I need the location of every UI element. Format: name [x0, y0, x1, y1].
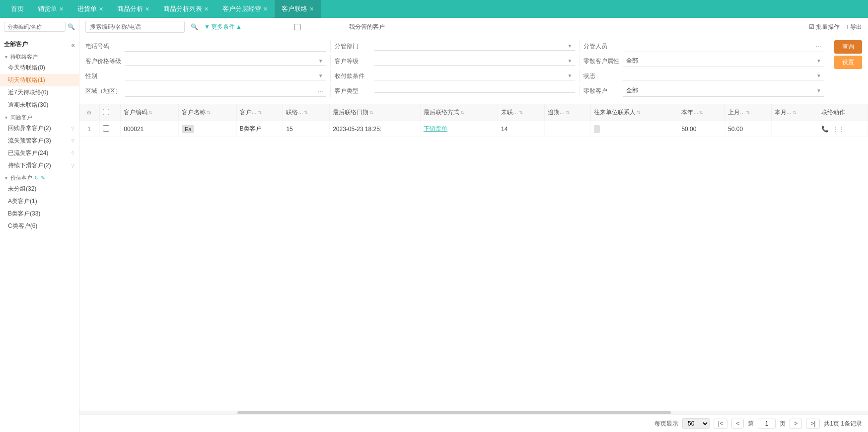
nav-product-analysis[interactable]: 商品分析 ✕: [110, 0, 156, 18]
per-page-select[interactable]: 50 100 200: [682, 418, 710, 429]
nav-customer-contact[interactable]: 客户联络 ✕: [275, 0, 321, 18]
sidebar-collapse-icon[interactable]: «: [71, 41, 75, 49]
sidebar-item-repurchase-anomaly[interactable]: 回购异常客户(2) ?: [0, 122, 79, 135]
close-product-analysis-icon[interactable]: ✕: [145, 6, 149, 12]
value-group-edit-icon[interactable]: ✎: [41, 175, 45, 181]
chevron-up-icon: ▲: [236, 23, 242, 30]
td-not-contacted: 14: [498, 121, 545, 137]
sort-date-icon[interactable]: ⇅: [369, 110, 373, 115]
problem-customers-group[interactable]: 问题客户: [0, 111, 79, 122]
sidebar-item-7days-contact[interactable]: 近7天待联络(0): [0, 86, 79, 99]
sidebar-item-class-b[interactable]: B类客户(33): [0, 208, 79, 220]
value-level-dropdown-icon: ▼: [318, 58, 323, 64]
page-number-input[interactable]: [758, 419, 776, 429]
action-phone-icon[interactable]: 📞: [821, 126, 829, 133]
region-more-icon[interactable]: ···: [317, 87, 323, 95]
th-last-month: 上月... ⇅: [725, 104, 772, 121]
sidebar-item-churned[interactable]: 已流失客户(24) ?: [0, 147, 79, 159]
page-label: 第: [748, 420, 754, 428]
dept-select[interactable]: ▼: [374, 42, 576, 51]
pending-contact-group[interactable]: 待联络客户: [0, 51, 79, 62]
nav-product-analysis-list[interactable]: 商品分析列表 ✕: [156, 0, 216, 18]
prev-page-btn[interactable]: <: [731, 419, 744, 429]
query-button[interactable]: 查询: [834, 40, 862, 54]
last-method-link[interactable]: 下销货单: [424, 125, 447, 132]
help-icon-repurchase[interactable]: ?: [71, 126, 74, 132]
export-icon: ↑: [846, 23, 849, 30]
sidebar-item-churn-warning[interactable]: 流失预警客户(3) ?: [0, 135, 79, 147]
th-action: 联络动作: [818, 104, 868, 121]
sort-code-icon[interactable]: ⇅: [148, 110, 152, 115]
sort-not-contacted-icon[interactable]: ⇅: [519, 110, 523, 115]
sidebar-item-overdue-contact[interactable]: 逾期未联络(30): [0, 99, 79, 111]
nav-sales-order[interactable]: 销货单 ✕: [31, 0, 71, 18]
nav-home[interactable]: 首页: [4, 0, 31, 18]
column-settings-icon[interactable]: ⚙: [86, 109, 92, 116]
phone-input[interactable]: [125, 41, 326, 52]
select-all-checkbox[interactable]: [103, 109, 109, 115]
help-icon-churn[interactable]: ?: [71, 138, 74, 144]
sort-name-icon[interactable]: ⇅: [207, 110, 211, 115]
value-level-select[interactable]: ▼: [125, 57, 326, 66]
nav-purchase-order[interactable]: 进货单 ✕: [71, 0, 110, 18]
sidebar-search-area: 🔍: [0, 18, 79, 36]
close-stratification-icon[interactable]: ✕: [263, 6, 268, 12]
more-conditions-btn[interactable]: ▼ 更多条件 ▲: [204, 23, 242, 31]
close-contact-icon[interactable]: ✕: [309, 6, 314, 12]
value-customers-group[interactable]: 价值客户 ↻ ✎: [0, 172, 79, 183]
sidebar-item-class-c[interactable]: C类客户(6): [0, 220, 79, 232]
main-search-input[interactable]: [85, 21, 185, 33]
close-product-list-icon[interactable]: ✕: [204, 6, 209, 12]
retail-attr-select[interactable]: 全部 ▼: [623, 55, 824, 67]
filter-bar: 🔍 ▼ 更多条件 ▲ 我分管的客户 ☑ 批量操作 ↑ 导出: [79, 18, 868, 36]
sort-contact-icon[interactable]: ⇅: [304, 110, 308, 115]
manager-select[interactable]: ···: [623, 41, 824, 52]
first-page-btn[interactable]: |<: [714, 419, 727, 429]
status-field: 状态 ▼: [583, 72, 824, 80]
sidebar-item-today-contact[interactable]: 今天待联络(0): [0, 62, 79, 74]
action-more-icon[interactable]: ⋮⋮: [833, 126, 845, 133]
export-btn[interactable]: ↑ 导出: [846, 23, 862, 31]
close-purchase-icon[interactable]: ✕: [99, 6, 103, 12]
last-page-btn[interactable]: >|: [806, 419, 820, 429]
sort-overdue-icon[interactable]: ⇅: [566, 110, 570, 115]
close-sales-order-icon[interactable]: ✕: [59, 6, 64, 12]
td-unit-contact: [591, 121, 678, 137]
retail-customer-select[interactable]: 全部 ▼: [623, 85, 824, 97]
sort-method-icon[interactable]: ⇅: [460, 110, 464, 115]
sidebar-search-icon[interactable]: 🔍: [68, 23, 75, 30]
my-customers-checkbox[interactable]: [248, 24, 347, 30]
sidebar-item-unclassified[interactable]: 未分组(32): [0, 183, 79, 195]
customer-level-select[interactable]: ▼: [374, 57, 576, 66]
sort-unit-contact-icon[interactable]: ⇅: [637, 110, 641, 115]
sort-last-month-icon[interactable]: ⇅: [746, 110, 750, 115]
value-group-refresh-icon[interactable]: ↻: [34, 175, 39, 181]
payment-select[interactable]: ▼: [374, 72, 576, 80]
help-icon-churned[interactable]: ?: [71, 150, 74, 156]
sidebar-item-tomorrow-contact[interactable]: 明天待联络(1): [0, 74, 79, 86]
region-select[interactable]: ···: [125, 85, 326, 97]
sort-this-month-icon[interactable]: ⇅: [793, 110, 796, 115]
customer-type-select[interactable]: [374, 89, 576, 93]
sidebar-item-class-a[interactable]: A类客户(1): [0, 195, 79, 208]
scrollbar-thumb[interactable]: [237, 411, 671, 414]
help-icon-declining[interactable]: ?: [71, 163, 74, 169]
horizontal-scrollbar[interactable]: [79, 411, 868, 415]
status-select[interactable]: ▼: [623, 72, 824, 80]
gender-select[interactable]: ▼: [125, 72, 326, 80]
sort-type-icon[interactable]: ⇅: [258, 110, 262, 115]
main-search-icon[interactable]: 🔍: [191, 23, 198, 30]
next-page-btn[interactable]: >: [790, 419, 802, 429]
sort-this-year-icon[interactable]: ⇅: [699, 110, 703, 115]
row-checkbox[interactable]: [103, 125, 109, 132]
reset-button[interactable]: 设置: [834, 56, 862, 69]
sidebar-item-declining[interactable]: 持续下滑客户(2) ?: [0, 159, 79, 172]
batch-operation-btn[interactable]: ☑ 批量操作: [809, 23, 840, 31]
sidebar-search-input[interactable]: [4, 22, 66, 32]
customer-type-field: 客户类型: [335, 87, 576, 95]
td-this-month: [771, 121, 818, 137]
th-this-year: 本年... ⇅: [678, 104, 725, 121]
manager-more-icon[interactable]: ···: [815, 42, 821, 50]
nav-customer-stratification[interactable]: 客户分层经营 ✕: [216, 0, 275, 18]
th-name-label: 客户名称: [182, 108, 206, 117]
